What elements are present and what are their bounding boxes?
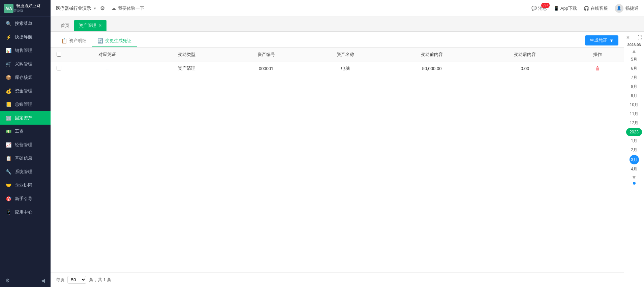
panel-expand-icon[interactable]: ⛶ <box>638 35 642 40</box>
row-asset-name: 电脑 <box>306 62 386 75</box>
sidebar-label-sales: 销售管理 <box>15 47 32 54</box>
user-menu[interactable]: 👤 畅捷通 <box>615 4 639 13</box>
sidebar-item-basic-info[interactable]: 📋 基础信息 <box>0 152 51 165</box>
logo-icon: AtA <box>4 4 13 13</box>
topbar-actions: 💬 消息 99+ 📱 App下载 🎧 在线客服 👤 畅捷通 <box>531 4 639 13</box>
data-table: 对应凭证 变动类型 资产编号 资产名称 变动前内容 变动后内容 操作 <box>51 47 624 75</box>
app-download-button[interactable]: 📱 App下载 <box>554 5 577 11</box>
right-panel-header: ✕ ⛶ <box>624 34 644 41</box>
tab-asset-mgmt[interactable]: 资产管理 ✕ <box>74 20 106 31</box>
inventory-icon: 📦 <box>5 74 11 81</box>
user-avatar: 👤 <box>615 4 623 13</box>
subtab-asset-detail[interactable]: 📋 资产明细 <box>56 35 92 47</box>
month-9[interactable]: 9月 <box>624 91 644 100</box>
generate-btn-label: 生成凭证 <box>590 37 607 43</box>
search-icon: 🔍 <box>5 21 11 27</box>
select-all-checkbox[interactable] <box>57 52 61 57</box>
customer-service-button[interactable]: 🎧 在线客服 <box>584 5 608 11</box>
month-7[interactable]: 7月 <box>624 73 644 82</box>
row-after-change: 0.00 <box>479 62 572 75</box>
sidebar-label-salary: 工资 <box>15 128 24 134</box>
system-icon: 🔧 <box>5 169 11 175</box>
scroll-down-arrow[interactable]: ▼ <box>632 174 637 181</box>
purchase-icon: 🛒 <box>5 61 11 67</box>
pagination-total: 条，共 1 条 <box>89 277 111 283</box>
asset-detail-icon: 📋 <box>61 38 67 43</box>
year-2023[interactable]: 2023 <box>626 128 642 136</box>
logo-subtitle: 普及版 <box>13 8 40 13</box>
sidebar-item-sales[interactable]: 📊 销售管理 <box>0 44 51 57</box>
month-8[interactable]: 8月 <box>624 82 644 91</box>
table-row: -- 资产清理 000001 电脑 50,000.00 0.00 🗑 <box>51 62 624 75</box>
month-3-active[interactable]: 3月 <box>630 155 639 164</box>
month-4[interactable]: 4月 <box>624 165 644 174</box>
sidebar-item-search[interactable]: 🔍 搜索菜单 <box>0 17 51 30</box>
sidebar-item-guide[interactable]: 🎯 新手引导 <box>0 192 51 205</box>
col-before-change: 变动前内容 <box>385 47 478 62</box>
company-selector[interactable]: 医疗器械行业演示 ▼ <box>56 5 97 11</box>
sidebar-item-funds[interactable]: 💰 资金管理 <box>0 84 51 98</box>
per-page-select[interactable]: 50 10 20 100 <box>67 276 86 284</box>
pagination: 每页 50 10 20 100 条，共 1 条 <box>51 272 624 287</box>
panel-close-icon[interactable]: ✕ <box>626 35 630 40</box>
sidebar-item-system[interactable]: 🔧 系统管理 <box>0 165 51 179</box>
funds-icon: 💰 <box>5 88 11 94</box>
basic-info-icon: 📋 <box>5 155 11 161</box>
logo-title: 畅捷通好业财 <box>16 3 40 9</box>
month-12[interactable]: 12月 <box>624 119 644 128</box>
row-voucher[interactable]: -- <box>67 62 147 75</box>
row-checkbox[interactable] <box>57 66 61 70</box>
row-before-change: 50,000.00 <box>385 62 478 75</box>
month-2[interactable]: 2月 <box>624 146 644 155</box>
delete-icon[interactable]: 🗑 <box>595 66 600 71</box>
tab-home[interactable]: 首页 <box>56 20 74 31</box>
sidebar-item-enterprise[interactable]: 🤝 企业协同 <box>0 179 51 192</box>
sidebar-item-app-center[interactable]: 📱 应用中心 <box>0 205 51 219</box>
notification-button[interactable]: 💬 消息 99+ <box>531 5 547 11</box>
collapse-icon[interactable]: ◀ <box>41 278 45 284</box>
month-10[interactable]: 10月 <box>624 100 644 109</box>
generate-btn-arrow: ▼ <box>609 38 614 43</box>
topbar-gear-icon[interactable]: ⚙ <box>100 5 105 11</box>
sidebar-item-operations[interactable]: 📈 经营管理 <box>0 138 51 152</box>
app-download-icon: 📱 <box>554 6 559 11</box>
sidebar-label-guide: 新手引导 <box>15 196 32 202</box>
row-checkbox-cell <box>51 62 67 75</box>
customer-service-label: 在线客服 <box>590 5 608 11</box>
month-1[interactable]: 1月 <box>624 136 644 146</box>
company-dropdown-arrow: ▼ <box>93 6 97 10</box>
sidebar-item-salary[interactable]: 💵 工资 <box>0 125 51 138</box>
sidebar-item-inventory[interactable]: 📦 库存核算 <box>0 71 51 84</box>
month-5[interactable]: 5月 <box>624 55 644 64</box>
operations-icon: 📈 <box>5 142 11 148</box>
sidebar-label-ledger: 总账管理 <box>15 101 32 107</box>
right-date-panel: ✕ ⛶ 2023.03 ▲ 5月 6月 7月 8月 9月 10月 11月 12月… <box>624 32 644 287</box>
sidebar-label-operations: 经营管理 <box>15 142 32 148</box>
topbar: 医疗器械行业演示 ▼ ⚙ ☁ 我要体验一下 💬 消息 99+ 📱 App下载 🎧… <box>51 0 644 17</box>
sidebar-item-purchase[interactable]: 🛒 采购管理 <box>0 57 51 71</box>
sidebar-item-fixed-assets[interactable]: 🏢 固定资产 <box>0 111 51 125</box>
experience-button[interactable]: ☁ 我要体验一下 <box>112 5 144 11</box>
app-center-icon: 📱 <box>5 209 11 215</box>
subtab-change-voucher[interactable]: 🔄 变更生成凭证 <box>92 35 137 47</box>
settings-icon[interactable]: ⚙ <box>5 278 10 284</box>
month-11[interactable]: 11月 <box>624 109 644 119</box>
sidebar-label-purchase: 采购管理 <box>15 61 32 67</box>
sidebar-label-funds: 资金管理 <box>15 88 32 94</box>
sales-icon: 📊 <box>5 47 11 54</box>
month-6[interactable]: 6月 <box>624 64 644 73</box>
scroll-up-arrow[interactable]: ▲ <box>632 47 637 55</box>
per-page-label: 每页 <box>56 277 65 283</box>
sidebar-nav: 🔍 搜索菜单 ⚡ 快捷导航 📊 销售管理 🛒 采购管理 📦 库存核算 💰 资金管… <box>0 17 51 274</box>
app-download-label: App下载 <box>560 5 577 11</box>
tab-close-icon[interactable]: ✕ <box>98 23 102 28</box>
generate-voucher-button[interactable]: 生成凭证 ▼ <box>585 35 618 45</box>
sidebar-label-search: 搜索菜单 <box>15 21 32 27</box>
guide-icon: 🎯 <box>5 196 11 202</box>
sidebar-item-ledger[interactable]: 📒 总账管理 <box>0 98 51 111</box>
user-name: 畅捷通 <box>625 5 639 11</box>
col-operation: 操作 <box>572 47 624 62</box>
content-area: 📋 资产明细 🔄 变更生成凭证 生成凭证 ▼ <box>51 32 644 287</box>
sidebar-label-enterprise: 企业协同 <box>15 182 32 188</box>
sidebar-item-quick-nav[interactable]: ⚡ 快捷导航 <box>0 30 51 44</box>
